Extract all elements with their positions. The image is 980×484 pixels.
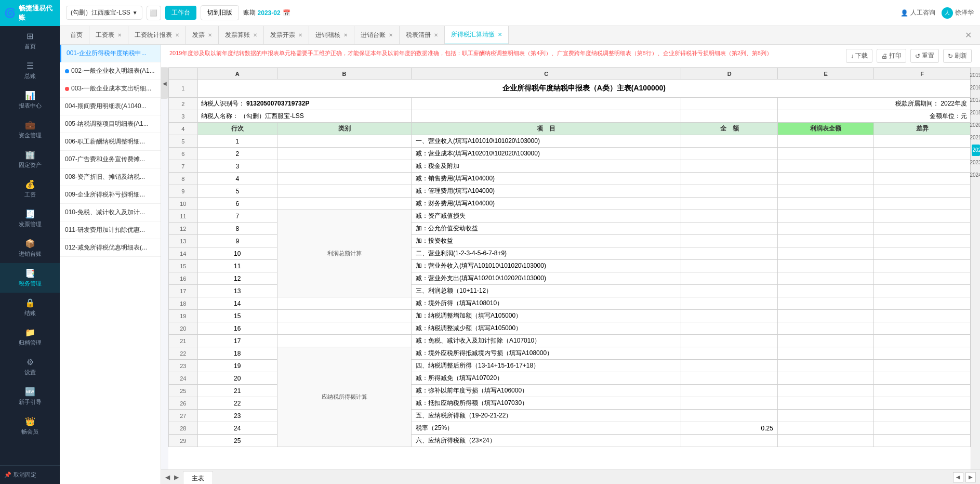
tab-purchase-ledger[interactable]: 进销台账 ✕ [354, 26, 400, 45]
row-num-cell[interactable]: 15 [197, 310, 277, 322]
profit-cell[interactable] [777, 347, 873, 360]
value-cell[interactable] [681, 148, 777, 160]
tab-invoice[interactable]: 发票 ✕ [186, 26, 219, 45]
tab-invoice-calc[interactable]: 发票算账 ✕ [219, 26, 264, 45]
row-num-cell[interactable]: 4 [197, 173, 277, 185]
diff-cell[interactable] [874, 185, 971, 198]
value-cell[interactable] [681, 397, 777, 410]
value-cell[interactable] [681, 335, 777, 347]
left-panel-item-008[interactable]: 008-资产折旧、摊销及纳税... [60, 168, 161, 186]
value-cell[interactable] [681, 297, 777, 310]
value-cell[interactable] [681, 173, 777, 185]
tab-home[interactable]: 首页 [64, 26, 89, 45]
refresh-button[interactable]: ↻ 刷新 [943, 49, 972, 63]
profit-cell[interactable] [777, 173, 873, 185]
diff-cell[interactable] [874, 297, 971, 310]
sidebar-item-member[interactable]: 👑 畅会员 [0, 411, 60, 441]
item-cell[interactable]: 减：免税、减计收入及加计扣除（A107010） [412, 335, 681, 347]
diff-cell[interactable] [874, 160, 971, 173]
profit-cell[interactable] [777, 335, 873, 347]
tab-invoice-open-close[interactable]: ✕ [298, 32, 302, 38]
value-cell[interactable] [681, 285, 777, 297]
tab-tax-table-close[interactable]: ✕ [434, 32, 438, 38]
item-cell[interactable]: 减：境外应税所得抵减境内亏损（填写A108000） [412, 347, 681, 360]
left-panel-item-006[interactable]: 006-职工薪酬纳税调整明细... [60, 133, 161, 151]
item-cell[interactable]: 减：财务费用(填写A104000) [412, 198, 681, 210]
row-num-cell[interactable]: 22 [197, 397, 277, 410]
diff-cell[interactable] [874, 410, 971, 422]
item-cell[interactable]: 减：管理费用(填写A104000) [412, 185, 681, 198]
diff-cell[interactable] [874, 435, 971, 447]
sidebar-item-invoices[interactable]: 🧾 发票管理 [0, 204, 60, 233]
profit-cell[interactable] [777, 410, 873, 422]
year-2023[interactable]: 2023 [969, 157, 980, 168]
scroll-left-btn[interactable]: ◀ [953, 472, 963, 482]
tab-purchase-audit-close[interactable]: ✕ [343, 32, 348, 38]
year-2021[interactable]: 2021 [969, 132, 980, 143]
left-panel-item-003[interactable]: 003-一般企业成本支出明细... [60, 80, 161, 98]
row-num-cell[interactable]: 25 [197, 435, 277, 447]
left-panel-item-007[interactable]: 007-广告费和业务宣传费摊... [60, 151, 161, 168]
sidebar-item-home[interactable]: ⊞ 首页 [0, 26, 60, 56]
sidebar-item-close[interactable]: 🔒 结账 [0, 293, 60, 322]
tab-invoice-close[interactable]: ✕ [208, 32, 212, 38]
unpin-button[interactable]: 📌 取消固定 [0, 465, 60, 484]
year-2016[interactable]: 2016 [969, 82, 980, 94]
workbench-button[interactable]: 工作台 [165, 6, 196, 20]
row-num-cell[interactable]: 19 [197, 360, 277, 372]
sidebar-item-assets[interactable]: 💼 资金管理 [0, 115, 60, 145]
value-cell[interactable] [681, 360, 777, 372]
profit-cell[interactable] [777, 397, 873, 410]
value-cell[interactable] [681, 223, 777, 235]
value-cell[interactable] [681, 272, 777, 285]
tab-income-tax[interactable]: 所得税汇算清缴 ✕ [445, 26, 509, 45]
row-num-cell[interactable]: 6 [197, 198, 277, 210]
value-cell[interactable] [681, 410, 777, 422]
value-cell[interactable] [681, 372, 777, 385]
row-num-cell[interactable]: 1 [197, 135, 277, 148]
row-num-cell[interactable]: 9 [197, 235, 277, 247]
year-2022[interactable]: 2022 [972, 145, 980, 156]
year-2019[interactable]: 2019 [969, 70, 980, 81]
company-selector[interactable]: (勾删）江西服宝-LSS ▼ [66, 6, 142, 20]
switch-old-button[interactable]: 切到旧版 [201, 5, 239, 20]
profit-cell[interactable] [777, 310, 873, 322]
row-num-cell[interactable]: 5 [197, 185, 277, 198]
profit-cell[interactable] [777, 422, 873, 435]
sheet-nav-right[interactable]: ▶ [174, 474, 179, 481]
row-num-cell[interactable]: 2 [197, 148, 277, 160]
value-cell[interactable] [681, 160, 777, 173]
year-2024[interactable]: 2024 [969, 169, 980, 181]
row-num-cell[interactable]: 12 [197, 272, 277, 285]
diff-cell[interactable] [874, 372, 971, 385]
value-cell[interactable] [681, 310, 777, 322]
row-num-cell[interactable]: 3 [197, 160, 277, 173]
item-cell[interactable]: 五、应纳税所得额（19-20-21-22） [412, 410, 681, 422]
tab-invoice-calc-close[interactable]: ✕ [253, 32, 257, 38]
row-num-cell[interactable]: 13 [197, 285, 277, 297]
tab-payroll[interactable]: 工资表 ✕ [89, 26, 128, 45]
profit-cell[interactable] [777, 185, 873, 198]
tab-purchase-ledger-close[interactable]: ✕ [389, 32, 393, 38]
profit-cell[interactable] [777, 435, 873, 447]
copy-icon-button[interactable]: ⬜ [147, 6, 161, 20]
row-num-cell[interactable]: 14 [197, 297, 277, 310]
profit-cell[interactable] [777, 223, 873, 235]
item-cell[interactable]: 减：营业成本(填写A102010\102020\103000) [412, 148, 681, 160]
diff-cell[interactable] [874, 148, 971, 160]
tab-invoice-open[interactable]: 发票开票 ✕ [264, 26, 309, 45]
row-num-cell[interactable]: 16 [197, 322, 277, 335]
close-all-tabs[interactable]: ✕ [961, 30, 976, 40]
sidebar-item-payroll[interactable]: 💰 工资 [0, 174, 60, 204]
tab-payroll-close[interactable]: ✕ [117, 32, 122, 38]
item-cell[interactable]: 减：营业外支出(填写A102010\102020\103000) [412, 272, 681, 285]
value-cell[interactable] [681, 385, 777, 397]
row-num-cell[interactable]: 18 [197, 347, 277, 360]
profit-cell[interactable] [777, 135, 873, 148]
item-cell[interactable]: 减：所得减免（填写A107020） [412, 372, 681, 385]
diff-cell[interactable] [874, 210, 971, 223]
reset-button[interactable]: ↺ 重置 [910, 49, 939, 63]
service-button[interactable]: 👤 人工咨询 [900, 8, 935, 17]
item-cell[interactable]: 六、应纳所得税额（23×24） [412, 435, 681, 447]
sidebar-item-tax[interactable]: 📑 税务管理 [0, 263, 60, 293]
